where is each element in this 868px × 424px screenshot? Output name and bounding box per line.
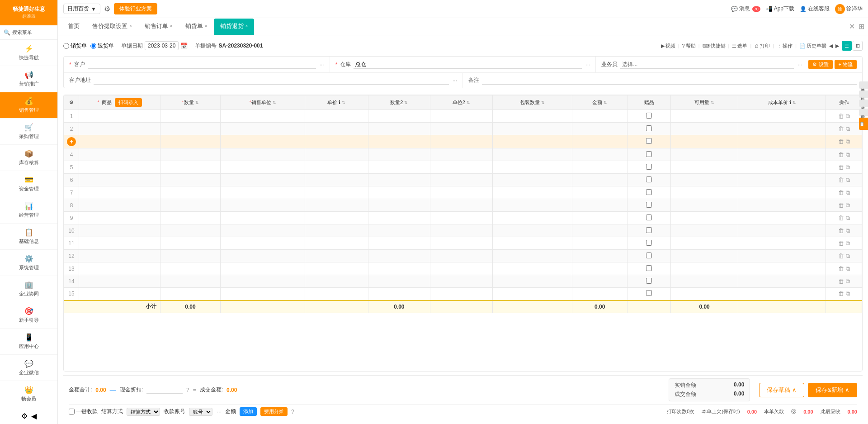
gift-check-7[interactable] [646, 189, 652, 195]
row-3-cost-price[interactable] [738, 135, 826, 148]
row-2-price[interactable] [305, 123, 368, 135]
row-2-gift[interactable] [627, 123, 670, 135]
sidebar-item-purchase[interactable]: 🛒 采购管理 [0, 119, 57, 145]
settings-gear-icon[interactable]: ⚙ [21, 412, 28, 420]
sidebar-item-enterprise[interactable]: 🏢 企业协同 [0, 276, 57, 302]
gift-check-12[interactable] [646, 252, 652, 258]
gift-check-11[interactable] [646, 240, 652, 246]
row-1-cost-price[interactable] [738, 110, 826, 123]
app-download-btn[interactable]: 📲 App下载 [766, 5, 794, 13]
account-select[interactable]: 账号 [189, 408, 212, 416]
tab-return-close[interactable]: × [245, 24, 248, 29]
print-btn[interactable]: 🖨 打印 [754, 43, 770, 49]
copy-row-12[interactable]: ⧉ [846, 252, 850, 260]
row-1-pack-qty[interactable] [492, 110, 572, 123]
message-btn[interactable]: 💬 消息 70 [731, 5, 760, 13]
gift-check-10[interactable] [646, 227, 652, 233]
row-1-qty2[interactable] [368, 110, 430, 123]
sidebar-item-guide[interactable]: 🎯 新手引导 [0, 302, 57, 329]
tab-sale-bill[interactable]: 销货单 × [179, 19, 214, 35]
delete-row-7[interactable]: 🗑 [838, 189, 844, 196]
row-2-cost-price[interactable] [738, 123, 826, 135]
logistics-button[interactable]: + 物流 [835, 60, 857, 69]
delete-row-6[interactable]: 🗑 [838, 176, 844, 184]
settings-icon[interactable]: ⚙ [69, 100, 74, 105]
row-1-qty[interactable] [160, 110, 221, 123]
module-selector[interactable]: 日用百货 ▼ [63, 4, 100, 14]
right-btn-5[interactable]: 📋 [859, 118, 868, 130]
gift-check-15[interactable] [646, 290, 652, 296]
row-3-price[interactable] [305, 135, 368, 148]
sidebar-item-basic[interactable]: 📋 基础信息 [0, 224, 57, 250]
delete-row-8[interactable]: 🗑 [838, 202, 844, 209]
salesperson-input[interactable] [620, 60, 794, 69]
add-row-btn[interactable]: + [67, 137, 76, 146]
row-1-sale-unit[interactable] [220, 110, 305, 123]
note-input[interactable] [482, 76, 857, 85]
card-view-btn[interactable]: ⊞ [853, 41, 863, 51]
row-3-amount[interactable] [572, 135, 627, 148]
save-draft-button[interactable]: 保存草稿 ∧ [759, 383, 804, 397]
customer-input[interactable] [88, 60, 316, 69]
radio-return-input[interactable] [90, 43, 96, 49]
copy-row-5[interactable]: ⧉ [846, 164, 850, 171]
copy-row-4[interactable]: ⧉ [846, 151, 850, 158]
scan-input-btn[interactable]: 扫码录入 [115, 98, 142, 107]
gift-check-13[interactable] [646, 265, 652, 271]
row-1-unit2[interactable] [430, 110, 493, 123]
copy-row-1[interactable]: ⧉ [846, 113, 850, 120]
delete-row-11[interactable]: 🗑 [838, 240, 844, 247]
delete-row-2[interactable]: 🗑 [838, 125, 844, 133]
save-new-button[interactable]: 保存&新增 ∧ [808, 383, 857, 397]
delete-row-4[interactable]: 🗑 [838, 151, 844, 158]
row-2-product[interactable] [79, 123, 160, 135]
fee-help-icon[interactable]: ? [291, 409, 294, 415]
set-button[interactable]: ⚙ 设置 [808, 60, 832, 69]
grid-view-btn[interactable]: ☰ [842, 41, 852, 51]
warehouse-picker[interactable]: ··· [585, 62, 590, 68]
row-3-product[interactable] [79, 135, 160, 148]
sidebar-item-wechat[interactable]: 💬 企业微信 [0, 355, 57, 381]
sidebar-item-search[interactable]: 🔍 搜索菜单 [0, 25, 57, 40]
right-btn-4[interactable]: 日志 [859, 109, 868, 116]
fee-split-btn[interactable]: 费用分摊 [260, 407, 288, 416]
row-2-available[interactable] [670, 123, 738, 135]
nav-prev[interactable]: ◀ [829, 43, 833, 49]
tab-sales-order-close[interactable]: × [170, 24, 173, 29]
tab-sales-order[interactable]: 销售订单 × [138, 19, 179, 35]
copy-row-8[interactable]: ⧉ [846, 202, 850, 209]
sidebar-item-promo[interactable]: 📢 营销推广 [0, 66, 57, 92]
row-2-qty[interactable] [160, 123, 221, 135]
gift-check-6[interactable] [646, 176, 652, 182]
copy-row-15[interactable]: ⧉ [846, 290, 850, 297]
sidebar-item-shortcut[interactable]: ⚡ 快捷导航 [0, 40, 57, 66]
right-btn-3[interactable]: 收藏 [859, 100, 868, 107]
row-1-product[interactable] [79, 110, 160, 123]
tab-home[interactable]: 首页 [61, 19, 86, 35]
delete-row-12[interactable]: 🗑 [838, 252, 844, 260]
gift-check-5[interactable] [646, 164, 652, 170]
row-2-amount[interactable] [572, 123, 627, 135]
gift-check-9[interactable] [646, 214, 652, 220]
video-btn[interactable]: ▶ 视频 [661, 43, 675, 49]
row-3-plus[interactable]: + [64, 135, 79, 148]
account-picker[interactable]: ··· [217, 409, 222, 415]
sidebar-item-system[interactable]: ⚙️ 系统管理 [0, 250, 57, 276]
tab-price-extract[interactable]: 售价提取设置 × [86, 19, 138, 35]
help-btn[interactable]: ? 帮助 [682, 43, 696, 49]
gift-check-4[interactable] [646, 151, 652, 157]
sidebar-item-member[interactable]: 👑 畅会员 [0, 381, 57, 407]
address-picker[interactable]: ··· [453, 77, 457, 84]
user-info-btn[interactable]: 徐 徐泽华 [835, 4, 863, 14]
online-service-btn[interactable]: 👤 在线客服 [800, 5, 830, 13]
gift-check-1[interactable] [646, 113, 652, 119]
quick-payment-check[interactable]: 一键收款 [69, 408, 98, 415]
sidebar-item-sales[interactable]: 💰 销售管理 [0, 92, 57, 119]
gift-check-3[interactable] [646, 138, 652, 144]
customer-picker[interactable]: ··· [320, 62, 324, 68]
sidebar-item-inventory[interactable]: 📦 库存核算 [0, 145, 57, 171]
row-3-pack-qty[interactable] [492, 135, 572, 148]
discount-input[interactable] [146, 386, 183, 394]
warehouse-input[interactable] [354, 60, 582, 69]
shortcut-key-btn[interactable]: ⌨ 快捷键 [703, 43, 726, 49]
